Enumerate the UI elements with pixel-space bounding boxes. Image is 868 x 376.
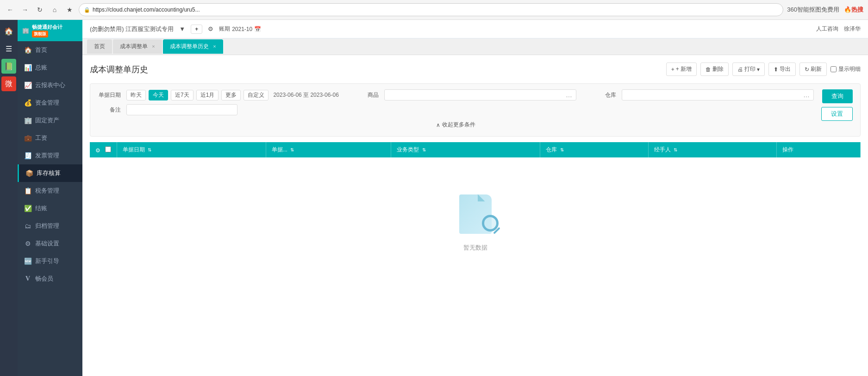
print-dropdown-icon: ▾ bbox=[757, 66, 760, 73]
table-settings-icon[interactable]: ⚙ bbox=[95, 147, 100, 154]
tab-cost-adjust-history-close[interactable]: × bbox=[213, 44, 216, 49]
period-value: 2021-10 bbox=[232, 26, 252, 32]
show-columns-checkbox[interactable] bbox=[831, 66, 837, 72]
show-columns-label: 显示明细 bbox=[838, 65, 861, 73]
date-btn-today[interactable]: 今天 bbox=[149, 90, 168, 100]
sidebar-item-home[interactable]: 🏠 首页 bbox=[18, 41, 82, 59]
sort-biz-type-icon[interactable]: ⇅ bbox=[422, 147, 426, 152]
ledger-icon: 📊 bbox=[24, 64, 31, 71]
sidebar-item-vip[interactable]: V 畅会员 bbox=[18, 270, 82, 288]
delete-button[interactable]: 🗑 删除 bbox=[700, 63, 729, 76]
browser-chrome: ← → ↻ ⌂ ★ 🔒 https://cloud.chanjet.com/ac… bbox=[0, 0, 868, 20]
tab-home[interactable]: 首页 bbox=[87, 39, 112, 54]
sidebar-label-finance: 资金管理 bbox=[35, 99, 59, 107]
date-btn-7days[interactable]: 近7天 bbox=[171, 90, 194, 100]
show-columns-checkbox-label[interactable]: 显示明细 bbox=[831, 65, 861, 73]
reload-button[interactable]: ↻ bbox=[34, 4, 45, 15]
sort-doc-no-icon[interactable]: ⇅ bbox=[290, 147, 294, 152]
sidebar-item-settings[interactable]: ⚙ 基础设置 bbox=[18, 235, 82, 252]
tab-cost-adjust-label: 成本调整单 bbox=[120, 43, 148, 50]
home-button[interactable]: ⌂ bbox=[49, 4, 60, 15]
vip-icon: V bbox=[24, 275, 31, 282]
col-biz-type-label: 业务类型 bbox=[397, 146, 419, 153]
filter-warehouse-dots[interactable]: … bbox=[803, 91, 810, 99]
reports-icon: 📈 bbox=[24, 81, 31, 89]
sidebar-item-guide[interactable]: 🆕 新手引导 bbox=[18, 252, 82, 270]
page-title: 成本调整单历史 bbox=[90, 64, 148, 75]
sidebar-item-finance[interactable]: 💰 资金管理 bbox=[18, 94, 82, 112]
sidebar-label-ledger: 总账 bbox=[35, 63, 47, 72]
calendar-icon[interactable]: 📅 bbox=[254, 26, 261, 32]
filter-warehouse-area[interactable]: … bbox=[622, 89, 814, 100]
tab-cost-adjust-history[interactable]: 成本调整单历史 × bbox=[163, 39, 223, 54]
fixed-assets-icon: 🏢 bbox=[24, 117, 31, 124]
company-name: (勿删勿禁用) 江西服宝测试专用 bbox=[90, 25, 174, 33]
sort-handler-icon[interactable]: ⇅ bbox=[674, 147, 677, 152]
sort-warehouse-icon[interactable]: ⇅ bbox=[560, 147, 564, 152]
tab-cost-adjust-close[interactable]: × bbox=[152, 44, 155, 49]
filter-remark-input[interactable] bbox=[126, 104, 237, 115]
sidebar-item-payroll[interactable]: 💼 工资 bbox=[18, 129, 82, 147]
date-btn-more[interactable]: 更多 bbox=[221, 90, 241, 100]
icon-sidebar-home[interactable]: 🏠 bbox=[1, 24, 16, 38]
lock-icon: 🔒 bbox=[84, 7, 90, 13]
col-biz-type: 业务类型 ⇅ bbox=[391, 142, 540, 157]
search-tool: 360智能抠图免费用 bbox=[787, 6, 839, 14]
main-content: 成本调整单历史 + + 新增 🗑 删除 🖨 打印 ▾ bbox=[82, 55, 868, 376]
icon-sidebar-menu[interactable]: ☰ bbox=[1, 41, 16, 56]
bookmark-button[interactable]: ★ bbox=[64, 4, 75, 15]
username-display[interactable]: 徐泽华 bbox=[844, 25, 861, 33]
sidebar-item-fixed-assets[interactable]: 🏢 固定资产 bbox=[18, 112, 82, 129]
sidebar-item-reports[interactable]: 📈 云报表中心 bbox=[18, 76, 82, 94]
sidebar-label-closing: 结账 bbox=[35, 204, 47, 213]
filter-goods-area[interactable]: … bbox=[384, 89, 576, 100]
icon-sidebar-active[interactable]: 📗 bbox=[1, 59, 16, 74]
sidebar-label-guide: 新手引导 bbox=[35, 257, 59, 265]
customer-service-link[interactable]: 人工咨询 bbox=[816, 25, 838, 33]
new-button[interactable]: + + 新增 bbox=[666, 63, 697, 76]
new-label: + 新增 bbox=[676, 65, 692, 73]
dropdown-icon[interactable]: ▼ bbox=[179, 25, 185, 32]
sidebar-item-archive[interactable]: 🗂 归档管理 bbox=[18, 217, 82, 235]
sidebar-item-invoice[interactable]: 🧾 发票管理 bbox=[18, 147, 82, 164]
col-handler-label: 经手人 bbox=[654, 146, 671, 153]
sidebar-item-tax[interactable]: 📋 税务管理 bbox=[18, 182, 82, 200]
col-date-label: 单据日期 bbox=[123, 146, 145, 153]
sidebar-item-inventory[interactable]: 📦 库存核算 bbox=[18, 164, 82, 182]
tab-cost-adjust[interactable]: 成本调整单 × bbox=[113, 39, 162, 54]
icon-sidebar-weibo[interactable]: 微 bbox=[1, 76, 16, 91]
url-bar[interactable]: 🔒 https://cloud.chanjet.com/accounting/u… bbox=[79, 3, 783, 16]
add-company-button[interactable]: + bbox=[191, 25, 202, 34]
browser-right-tools: 360智能抠图免费用 🔥热搜 bbox=[787, 6, 863, 14]
date-btn-custom[interactable]: 自定义 bbox=[244, 90, 269, 100]
tax-icon: 📋 bbox=[24, 187, 31, 194]
collapse-arrow-icon: ∧ bbox=[436, 122, 440, 128]
filter-settings-button[interactable]: 设置 bbox=[821, 107, 853, 121]
col-warehouse-label: 仓库 bbox=[546, 146, 557, 153]
settings-gear-icon[interactable]: ⚙ bbox=[208, 25, 213, 32]
sidebar-item-closing[interactable]: ✅ 结账 bbox=[18, 200, 82, 217]
sidebar-item-ledger[interactable]: 📊 总账 bbox=[18, 59, 82, 76]
delete-icon: 🗑 bbox=[706, 66, 711, 73]
print-button[interactable]: 🖨 打印 ▾ bbox=[732, 63, 765, 76]
refresh-button[interactable]: ↻ 刷新 bbox=[799, 63, 827, 76]
date-btn-1month[interactable]: 近1月 bbox=[196, 90, 219, 100]
settings-icon: ⚙ bbox=[24, 240, 31, 247]
query-button[interactable]: 查询 bbox=[822, 89, 853, 103]
filter-date-label: 单据日期 bbox=[98, 91, 121, 99]
filter-goods-dots[interactable]: … bbox=[566, 91, 572, 99]
select-all-checkbox[interactable] bbox=[105, 146, 111, 152]
sidebar-label-home: 首页 bbox=[35, 46, 47, 54]
date-btn-yesterday[interactable]: 昨天 bbox=[126, 90, 146, 100]
new-icon: + bbox=[671, 66, 674, 73]
back-button[interactable]: ← bbox=[5, 4, 16, 15]
filter-remark-row: 备注 bbox=[98, 104, 814, 115]
sort-date-icon[interactable]: ⇅ bbox=[148, 147, 151, 152]
filter-remark-label: 备注 bbox=[98, 106, 121, 114]
col-doc-no: 单据... ⇅ bbox=[266, 142, 391, 157]
forward-button[interactable]: → bbox=[19, 4, 31, 15]
collapse-filters-button[interactable]: ∧ 收起更多条件 bbox=[431, 119, 481, 131]
export-button[interactable]: ⬆ 导出 bbox=[768, 63, 796, 76]
archive-icon: 🗂 bbox=[24, 222, 31, 230]
nav-sidebar: 🏢 畅捷通好会计 旗舰版 🏠 首页 📊 总账 📈 云报表中心 💰 资金管理 🏢 bbox=[18, 20, 82, 376]
